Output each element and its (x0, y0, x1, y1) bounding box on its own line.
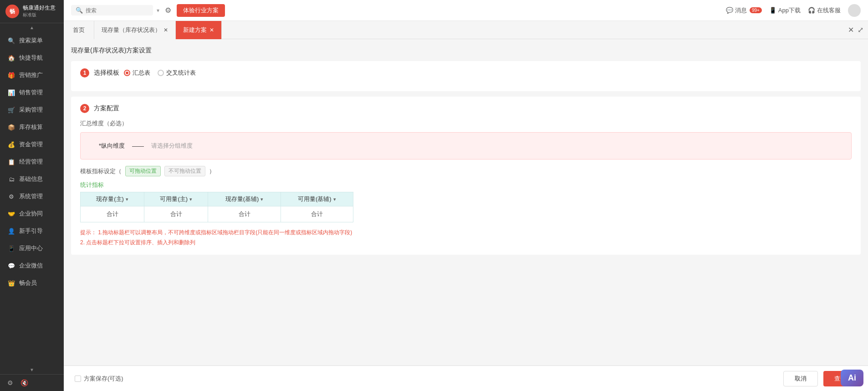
cancel-button[interactable]: 取消 (783, 371, 818, 386)
tab-new-plan[interactable]: 新建方案 ✕ (176, 21, 222, 39)
user-avatar[interactable] (848, 4, 861, 17)
sidebar-scroll-up[interactable]: ▲ (0, 23, 64, 32)
sidebar-item-finance[interactable]: 💰 资金管理 (0, 136, 64, 153)
tab-inventory-status[interactable]: 现存量（库存状况表） ✕ (94, 21, 176, 39)
settings-bottom-icon[interactable]: ⚙ (7, 379, 13, 386)
mute-bottom-icon[interactable]: 🔇 (20, 379, 28, 386)
sidebar-item-membership[interactable]: 👑 畅会员 (0, 274, 64, 292)
topbar-search-box[interactable]: 🔍 (71, 5, 153, 15)
operations-icon: 📋 (7, 158, 15, 166)
col-available-main-dropdown-icon[interactable]: ▾ (189, 196, 192, 202)
app-download-label: App下载 (778, 6, 801, 15)
ai-badge-label: Ai (848, 373, 856, 382)
sidebar-item-label: 资金管理 (19, 140, 43, 149)
sidebar-bottom: ⚙ 🔇 (0, 374, 64, 391)
sidebar-item-label: 系统管理 (19, 192, 43, 201)
tab-inventory-close-icon[interactable]: ✕ (163, 27, 168, 33)
sidebar-item-operations[interactable]: 📋 经营管理 (0, 153, 64, 170)
tabs-bar: 首页 现存量（库存状况表） ✕ 新建方案 ✕ ✕ ⤢ (64, 21, 868, 39)
step1-label: 选择模板 (94, 69, 119, 77)
tab-home[interactable]: 首页 (64, 21, 94, 39)
trial-btn[interactable]: 体验行业方案 (177, 4, 225, 17)
radio-cross-label: 交叉统计表 (166, 69, 196, 77)
template-radio-group: 汇总表 交叉统计表 (124, 69, 196, 77)
messages-label: 消息 (735, 6, 747, 15)
dimension-placeholder[interactable]: 请选择分组维度 (151, 142, 193, 150)
sidebar-item-label: 畅会员 (19, 279, 37, 287)
search-input[interactable] (86, 7, 140, 14)
system-icon: ⚙ (7, 192, 15, 201)
cell-base-stock-summary: 合计 (208, 206, 281, 222)
sidebar-item-label: 库存核算 (19, 123, 43, 131)
radio-summary-label: 汇总表 (133, 69, 150, 77)
dimension-title: 汇总维度（必选） (80, 119, 852, 128)
ai-badge[interactable]: Ai (841, 370, 863, 386)
app-version: 标准版 (23, 12, 56, 18)
mobile-icon: 📱 (769, 7, 776, 14)
search-dropdown-icon[interactable]: ▾ (157, 7, 159, 14)
sidebar-item-sales[interactable]: 📊 销售管理 (0, 84, 64, 101)
save-option[interactable]: 方案保存(可选) (75, 375, 123, 383)
sidebar-item-label: 基础信息 (19, 175, 43, 183)
tab-home-label: 首页 (73, 26, 85, 34)
sidebar-scroll-down[interactable]: ▼ (0, 365, 64, 374)
radio-summary[interactable]: 汇总表 (124, 69, 150, 77)
sidebar-item-quick-nav[interactable]: 🏠 快捷导航 (0, 49, 64, 67)
tab-new-plan-close-icon[interactable]: ✕ (209, 27, 214, 33)
tips-line2: 2. 点击标题栏下拉可设置排序、插入列和删除列 (80, 238, 852, 248)
sidebar-item-marketing[interactable]: 🎁 营销推广 (0, 67, 64, 84)
stats-section: 统计指标 现存量(主) ▾ 可用量 (80, 181, 852, 222)
messages-item[interactable]: 💬 消息 99+ (726, 6, 762, 15)
dimension-area: *纵向维度 —— 请选择分组维度 (80, 132, 852, 159)
sidebar-item-label: 销售管理 (19, 88, 43, 97)
non-draggable-badge: 不可拖动位置 (164, 166, 205, 176)
main-area: 🔍 ▾ ⚙ 体验行业方案 💬 消息 99+ 📱 App下载 🎧 在线客服 (64, 0, 868, 391)
sidebar-item-purchase[interactable]: 🛒 采购管理 (0, 101, 64, 118)
sidebar-item-inventory[interactable]: 📦 库存核算 (0, 118, 64, 136)
appstore-icon: 📱 (7, 244, 15, 252)
messages-badge: 99+ (750, 7, 762, 13)
col-main-stock-dropdown-icon[interactable]: ▾ (126, 196, 128, 202)
dimension-dash: —— (132, 143, 144, 149)
col-main-stock[interactable]: 现存量(主) ▾ (81, 192, 144, 206)
footer-bar: 方案保存(可选) 取消 查询 (64, 365, 868, 391)
col-available-base[interactable]: 可用量(基辅) ▾ (281, 192, 353, 206)
sidebar-item-label: 企业协同 (19, 210, 43, 218)
sidebar-item-search-menu[interactable]: 🔍 搜索菜单 (0, 32, 64, 49)
sidebar-item-wechat[interactable]: 💬 企业微信 (0, 257, 64, 274)
col-base-stock-label: 现存量(基辅) (225, 195, 259, 203)
col-base-stock-dropdown-icon[interactable]: ▾ (260, 196, 263, 202)
col-available-base-dropdown-icon[interactable]: ▾ (333, 196, 336, 202)
sidebar-item-appstore[interactable]: 📱 应用中心 (0, 240, 64, 257)
step2-header: 2 方案配置 (80, 104, 852, 113)
col-base-stock[interactable]: 现存量(基辅) ▾ (208, 192, 281, 206)
expand-tab-control-icon[interactable]: ⤢ (858, 26, 863, 34)
tips-section: 提示： 1.拖动标题栏可以调整布局，不可跨维度或指标区域拖动栏目字段(只能在同一… (80, 228, 852, 247)
step1-num: 1 (80, 68, 89, 77)
sidebar: 畅 畅康通好生意 标准版 ▲ 🔍 搜索菜单 🏠 快捷导航 🎁 营销推广 📊 销售… (0, 0, 64, 391)
close-tab-control-icon[interactable]: ✕ (848, 26, 854, 34)
sidebar-item-basics[interactable]: 🗂 基础信息 (0, 170, 64, 188)
sidebar-item-guide[interactable]: 👤 新手引导 (0, 222, 64, 240)
step1-header: 1 选择模板 汇总表 交叉统计表 (80, 68, 852, 77)
save-checkbox[interactable] (75, 376, 81, 382)
search-icon: 🔍 (76, 7, 83, 14)
page-title: 现存量(库存状况表)方案设置 (71, 46, 861, 55)
sidebar-item-system[interactable]: ⚙ 系统管理 (0, 188, 64, 205)
col-available-main[interactable]: 可用量(主) ▾ (144, 192, 208, 206)
app-name: 畅康通好生意 (23, 5, 56, 12)
stats-title: 统计指标 (80, 181, 852, 189)
radio-cross-dot (158, 70, 164, 76)
app-download-item[interactable]: 📱 App下载 (769, 6, 801, 15)
online-service-item[interactable]: 🎧 在线客服 (808, 6, 841, 15)
sales-icon: 📊 (7, 88, 15, 97)
topbar-settings-icon[interactable]: ⚙ (165, 6, 171, 15)
tips-line1: 提示： 1.拖动标题栏可以调整布局，不可跨维度或指标区域拖动栏目字段(只能在同一… (80, 228, 852, 238)
quick-nav-icon: 🏠 (7, 54, 15, 62)
tab-inventory-status-label: 现存量（库存状况表） (102, 26, 161, 34)
finance-icon: 💰 (7, 140, 15, 149)
sidebar-item-coop[interactable]: 🤝 企业协同 (0, 205, 64, 222)
sidebar-item-label: 企业微信 (19, 262, 43, 270)
radio-cross[interactable]: 交叉统计表 (158, 69, 196, 77)
marketing-icon: 🎁 (7, 71, 15, 79)
